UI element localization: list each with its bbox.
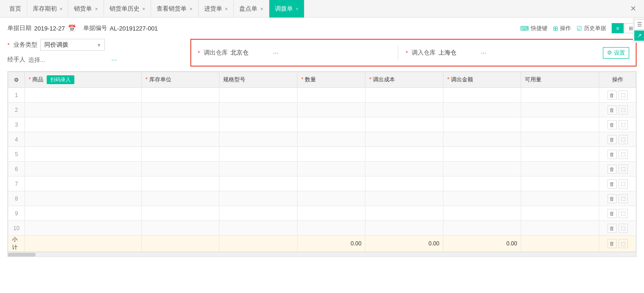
cell-cost[interactable]: [365, 103, 444, 117]
ops-button[interactable]: ⊞ 操作: [553, 24, 571, 32]
delete-icon[interactable]: 🗑: [608, 224, 617, 233]
delete-icon[interactable]: 🗑: [608, 209, 617, 218]
copy-icon[interactable]: ⬚: [619, 135, 628, 144]
scan-button[interactable]: 扫码录入: [47, 75, 74, 84]
cell-product[interactable]: [25, 132, 142, 147]
cell-cost[interactable]: [365, 132, 444, 147]
delete-icon[interactable]: 🗑: [608, 194, 617, 203]
cell-cost[interactable]: [365, 206, 444, 221]
sidebar-list-icon[interactable]: ☰: [634, 19, 644, 30]
cell-qty[interactable]: [297, 162, 365, 177]
delete-icon[interactable]: 🗑: [608, 91, 617, 100]
settings-button[interactable]: ⚙ 设置: [603, 47, 629, 59]
cell-qty[interactable]: [297, 191, 365, 206]
tab-close-icon[interactable]: ×: [189, 6, 192, 12]
tab-home[interactable]: 首页: [4, 0, 27, 18]
copy-icon[interactable]: ⬚: [619, 120, 628, 129]
cell-qty[interactable]: [297, 177, 365, 191]
cell-product[interactable]: [25, 221, 142, 236]
scrollbar-thumb[interactable]: [8, 253, 36, 256]
cell-qty[interactable]: [297, 103, 365, 117]
cell-cost[interactable]: [365, 177, 444, 191]
cell-unit[interactable]: [141, 191, 219, 206]
cell-spec[interactable]: [219, 117, 298, 132]
th-settings[interactable]: ⚙: [8, 72, 25, 88]
delete-icon[interactable]: 🗑: [608, 165, 617, 174]
cell-qty[interactable]: [297, 117, 365, 132]
cell-spec[interactable]: [219, 147, 298, 162]
cell-cost[interactable]: [365, 117, 444, 132]
cell-amount[interactable]: [443, 191, 521, 206]
cell-spec[interactable]: [219, 191, 298, 206]
cell-spec[interactable]: [219, 206, 298, 221]
delete-icon[interactable]: 🗑: [608, 150, 617, 159]
cell-unit[interactable]: [141, 103, 219, 117]
copy-icon[interactable]: ⬚: [619, 194, 628, 203]
copy-icon[interactable]: ⬚: [619, 165, 628, 174]
cell-amount[interactable]: [443, 88, 521, 103]
sidebar-expand-icon[interactable]: ↗: [634, 31, 644, 41]
cell-qty[interactable]: [297, 132, 365, 147]
cell-product[interactable]: [25, 103, 142, 117]
cell-product[interactable]: [25, 117, 142, 132]
cell-cost[interactable]: [365, 162, 444, 177]
copy-icon[interactable]: ⬚: [619, 239, 628, 248]
tab-stocktake[interactable]: 盘点单 ×: [234, 0, 269, 18]
cell-product[interactable]: [25, 162, 142, 177]
copy-icon[interactable]: ⬚: [619, 224, 628, 233]
cell-unit[interactable]: [141, 117, 219, 132]
delete-icon[interactable]: 🗑: [608, 239, 617, 248]
tab-close-icon[interactable]: ×: [296, 6, 298, 12]
copy-icon[interactable]: ⬚: [619, 150, 628, 159]
cell-unit[interactable]: [141, 206, 219, 221]
cell-cost[interactable]: [365, 147, 444, 162]
cell-amount[interactable]: [443, 221, 521, 236]
shortcut-button[interactable]: ⌨ 快捷键: [520, 24, 547, 32]
business-type-select[interactable]: 同价调拨 ▾: [40, 39, 105, 51]
cell-qty[interactable]: [297, 147, 365, 162]
warehouse-in-more-button[interactable]: ···: [481, 49, 486, 56]
tab-inventory-init[interactable]: 库存期初 ×: [27, 0, 68, 18]
tab-sales-history[interactable]: 销货单历史 ×: [104, 0, 151, 18]
cell-unit[interactable]: [141, 147, 219, 162]
tab-close-icon[interactable]: ×: [260, 6, 263, 12]
delete-icon[interactable]: 🗑: [608, 135, 617, 144]
cell-spec[interactable]: [219, 88, 298, 103]
cell-product[interactable]: [25, 191, 142, 206]
handler-input[interactable]: [28, 56, 106, 63]
warehouse-out-more-button[interactable]: ···: [273, 49, 279, 56]
cell-amount[interactable]: [443, 206, 521, 221]
cell-spec[interactable]: [219, 177, 298, 191]
delete-icon[interactable]: 🗑: [608, 120, 617, 129]
cell-unit[interactable]: [141, 177, 219, 191]
cell-spec[interactable]: [219, 162, 298, 177]
cell-cost[interactable]: [365, 221, 444, 236]
delete-icon[interactable]: 🗑: [608, 105, 617, 115]
cell-amount[interactable]: [443, 103, 521, 117]
calendar-icon[interactable]: 📅: [68, 24, 76, 32]
cell-product[interactable]: [25, 147, 142, 162]
cell-spec[interactable]: [219, 132, 298, 147]
cell-qty[interactable]: [297, 88, 365, 103]
cell-spec[interactable]: [219, 103, 298, 117]
tab-close-icon[interactable]: ×: [60, 6, 62, 12]
cell-cost[interactable]: [365, 191, 444, 206]
tab-close-icon[interactable]: ×: [95, 6, 97, 12]
tab-purchase[interactable]: 进货单 ×: [199, 0, 234, 18]
cell-product[interactable]: [25, 206, 142, 221]
delete-icon[interactable]: 🗑: [608, 179, 617, 189]
tab-transfer[interactable]: 调拨单 ×: [269, 0, 304, 18]
handler-more-button[interactable]: ···: [111, 56, 117, 63]
cell-amount[interactable]: [443, 132, 521, 147]
cell-product[interactable]: [25, 88, 142, 103]
horizontal-scrollbar[interactable]: [8, 252, 636, 256]
cell-amount[interactable]: [443, 162, 521, 177]
tab-view-sales[interactable]: 查看销货单 ×: [151, 0, 198, 18]
cell-product[interactable]: [25, 177, 142, 191]
list-view-button[interactable]: ≡: [612, 23, 624, 33]
cell-qty[interactable]: [297, 206, 365, 221]
cell-unit[interactable]: [141, 132, 219, 147]
cell-amount[interactable]: [443, 177, 521, 191]
tab-sales[interactable]: 销货单 ×: [68, 0, 103, 18]
cell-cost[interactable]: [365, 88, 444, 103]
